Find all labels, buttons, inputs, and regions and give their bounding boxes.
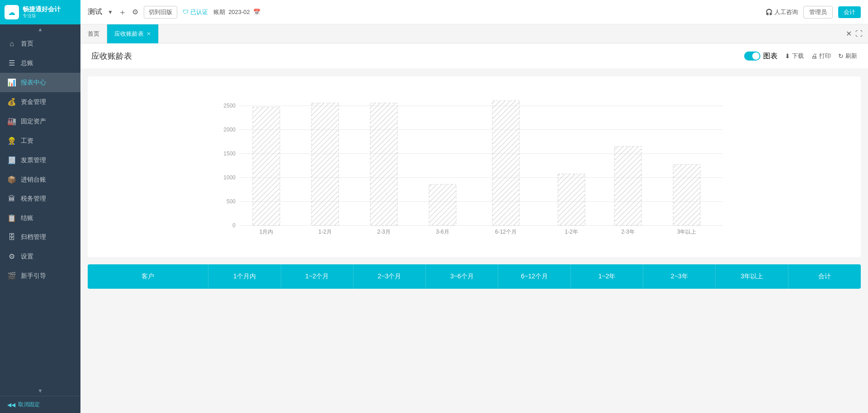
sidebar-item-settings[interactable]: ⚙ 设置 [0,247,80,266]
sidebar-item-guide[interactable]: 🎬 新手引导 [0,266,80,286]
invoice-icon: 🧾 [7,156,16,164]
refresh-btn[interactable]: ↻ 刷新 [838,52,857,60]
guide-icon: 🎬 [7,272,16,280]
assets-icon: 🏭 [7,117,16,126]
tax-icon: 🏛 [7,195,16,203]
page-header: 应收账龄表 图表 ⬇ 下载 🖨 打印 ↻ 刷新 [80,43,868,69]
toggle-thumb [752,52,760,60]
svg-rect-28 [558,174,585,225]
app-logo: ☁ 畅捷通好会计 专业版 [0,0,80,24]
sidebar-item-label: 报表中心 [21,79,46,87]
sidebar-scroll-up[interactable]: ▲ [0,24,80,34]
table-header: 客户 1个月内 1~2个月 2~3个月 3~6个月 6~12个月 1~2年 2~… [88,264,861,289]
trade-icon: 📦 [7,175,16,184]
logo-icon: ☁ [5,5,19,19]
svg-text:2-3年: 2-3年 [621,229,634,235]
main-area: 测试 ▼ ＋ ⚙ 切到旧版 🛡 已认证 账期 2023-02 📅 🎧 人工咨询 … [80,0,868,413]
sidebar-item-label: 进销台账 [21,176,46,184]
cancel-fixed-btn[interactable]: ◀◀ 取消固定 [0,396,80,413]
svg-rect-34 [673,164,700,225]
settings-icon: ⚙ [7,252,16,261]
svg-text:1-2年: 1-2年 [565,229,578,235]
sidebar-item-label: 固定资产 [21,117,46,126]
page-content: 应收账龄表 图表 ⬇ 下载 🖨 打印 ↻ 刷新 [80,43,868,413]
sidebar-item-payroll[interactable]: 👷 工资 [0,131,80,150]
col-total: 合计 [788,264,861,289]
toggle-track[interactable] [744,52,760,61]
refresh-icon: ↻ [838,52,844,60]
sidebar-item-label: 设置 [21,253,33,261]
sidebar-item-trade[interactable]: 📦 进销台账 [0,170,80,189]
col-6-12month: 6~12个月 [498,264,571,289]
logo-text: 畅捷通好会计 专业版 [23,5,61,19]
role-btn[interactable]: 会计 [838,6,861,18]
svg-text:1-2月: 1-2月 [318,229,331,235]
svg-text:3年以上: 3年以上 [677,229,697,235]
svg-rect-13 [253,107,280,225]
sidebar-item-invoice[interactable]: 🧾 发票管理 [0,150,80,170]
sidebar-item-tax[interactable]: 🏛 税务管理 [0,189,80,208]
col-3-6month: 3~6个月 [426,264,498,289]
col-1month: 1个月内 [208,264,281,289]
toggle-label: 图表 [763,52,778,61]
payroll-icon: 👷 [7,136,16,145]
table-container: 客户 1个月内 1~2个月 2~3个月 3~6个月 6~12个月 1~2年 2~… [88,264,861,289]
period-text: 账期 2023-02 📅 [213,8,260,16]
download-btn[interactable]: ⬇ 下载 [785,52,804,60]
cancel-fixed-label: 取消固定 [18,401,40,408]
headset-icon: 🎧 [765,9,773,15]
close-books-icon: 📋 [7,214,16,222]
sidebar-item-funds[interactable]: 💰 资金管理 [0,92,80,112]
user-btn[interactable]: 管理员 [803,6,833,19]
sidebar-item-label: 首页 [21,40,33,48]
ledger-icon: ☰ [7,59,16,67]
expand-btn[interactable]: ⛶ [855,30,863,38]
switch-old-btn[interactable]: 切到旧版 [144,6,177,19]
consult-btn[interactable]: 🎧 人工咨询 [765,8,798,16]
project-name: 测试 [88,7,102,17]
cert-status: 🛡 已认证 [183,8,208,16]
sidebar-item-home[interactable]: ⌂ 首页 [0,34,80,53]
sidebar: ☁ 畅捷通好会计 专业版 ▲ ⌂ 首页 ☰ 总账 📊 报表中心 💰 资金管理 🏭… [0,0,80,413]
svg-text:1000: 1000 [223,174,236,181]
sidebar-scroll-down[interactable]: ▼ [0,386,80,396]
chart-toggle[interactable]: 图表 [744,52,778,61]
page-header-actions: 图表 ⬇ 下载 🖨 打印 ↻ 刷新 [744,52,857,61]
col-2-3year: 2~3年 [643,264,716,289]
sidebar-item-ledger[interactable]: ☰ 总账 [0,53,80,73]
col-2-3month: 2~3个月 [354,264,426,289]
sidebar-item-archive[interactable]: 🗄 归档管理 [0,228,80,247]
col-3plus-year: 3年以上 [716,264,788,289]
download-icon: ⬇ [785,52,790,60]
add-project-btn[interactable]: ＋ [118,7,127,18]
svg-text:2-3月: 2-3月 [377,229,390,235]
chart-container: 0 500 1000 1500 2000 2500 1月内 1-2月 [88,76,861,257]
cancel-fixed-icon: ◀◀ [7,402,15,408]
svg-text:1500: 1500 [223,150,236,157]
settings-btn[interactable]: ⚙ [132,8,138,16]
page-title: 应收账龄表 [91,51,132,61]
svg-rect-22 [429,184,456,225]
cert-label: 已认证 [190,8,208,16]
svg-text:2500: 2500 [223,103,236,109]
sidebar-item-label: 资金管理 [21,98,46,106]
sidebar-item-reports[interactable]: 📊 报表中心 [0,73,80,92]
sidebar-item-close[interactable]: 📋 结账 [0,208,80,228]
tab-aging-label: 应收账龄表 [114,30,144,38]
sidebar-item-label: 新手引导 [21,272,46,280]
funds-icon: 💰 [7,98,16,106]
topbar: 测试 ▼ ＋ ⚙ 切到旧版 🛡 已认证 账期 2023-02 📅 🎧 人工咨询 … [80,0,868,24]
tab-aging-close[interactable]: ✕ [146,31,151,37]
close-tab-btn[interactable]: ✕ [846,29,852,38]
tabbar: 首页 应收账龄表 ✕ ✕ ⛶ [80,24,868,43]
project-dropdown-icon[interactable]: ▼ [108,9,113,15]
shield-icon: 🛡 [183,9,189,15]
print-btn[interactable]: 🖨 打印 [811,52,831,60]
archive-icon: 🗄 [7,233,16,241]
print-icon: 🖨 [811,52,817,60]
tab-home[interactable]: 首页 [80,24,107,43]
sidebar-item-assets[interactable]: 🏭 固定资产 [0,112,80,131]
tab-aging[interactable]: 应收账龄表 ✕ [107,24,159,43]
sidebar-nav: ⌂ 首页 ☰ 总账 📊 报表中心 💰 资金管理 🏭 固定资产 👷 工资 🧾 发票… [0,34,80,386]
svg-text:0: 0 [232,222,236,229]
